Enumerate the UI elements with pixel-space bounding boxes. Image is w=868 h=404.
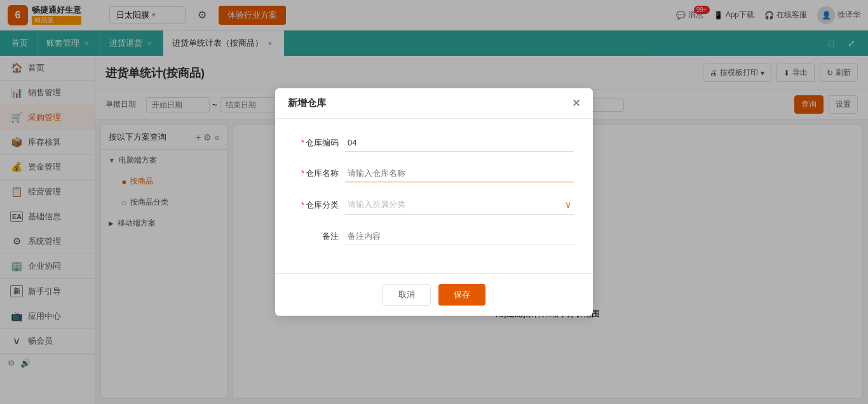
name-input[interactable]: [345, 165, 574, 182]
category-placeholder: 请输入所属分类: [348, 199, 565, 210]
code-input[interactable]: [345, 134, 574, 152]
category-label: 仓库分类: [294, 199, 345, 211]
code-label: 仓库编码: [294, 137, 345, 149]
modal-footer: 取消 保存: [275, 273, 593, 316]
modal-header: 新增仓库 ✕: [275, 88, 593, 119]
chevron-down-icon: ∨: [565, 199, 571, 210]
save-button[interactable]: 保存: [438, 284, 485, 306]
category-form-row: 仓库分类 请输入所属分类 ∨: [294, 195, 574, 215]
cancel-button[interactable]: 取消: [383, 284, 431, 306]
code-form-row: 仓库编码: [294, 134, 574, 152]
modal-close-button[interactable]: ✕: [572, 97, 580, 109]
remark-label: 备注: [294, 231, 345, 242]
add-warehouse-modal: 新增仓库 ✕ 仓库编码 仓库名称 仓库分类 请输入所属分类 ∨: [275, 88, 593, 316]
modal-overlay: 新增仓库 ✕ 仓库编码 仓库名称 仓库分类 请输入所属分类 ∨: [0, 0, 868, 404]
category-select[interactable]: 请输入所属分类 ∨: [345, 195, 574, 215]
modal-title: 新增仓库: [288, 97, 326, 109]
remark-form-row: 备注: [294, 227, 574, 245]
name-label: 仓库名称: [294, 168, 345, 179]
remark-input[interactable]: [345, 227, 574, 245]
modal-body: 仓库编码 仓库名称 仓库分类 请输入所属分类 ∨ 备注: [275, 119, 593, 273]
name-form-row: 仓库名称: [294, 165, 574, 182]
